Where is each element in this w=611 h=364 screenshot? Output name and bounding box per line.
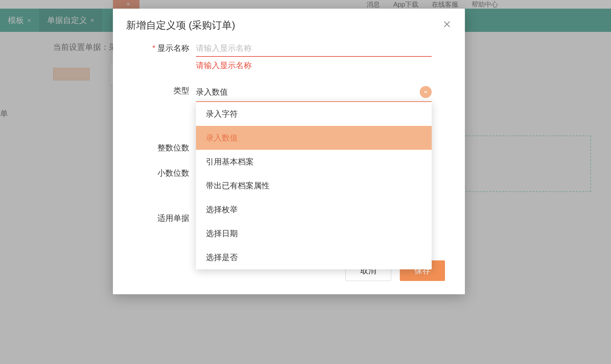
- add-custom-field-modal: 新增自定义项 (采购订单) *显示名称 请输入显示名称 类型 录入数值: [113, 9, 465, 294]
- type-select[interactable]: 录入数值: [196, 85, 432, 102]
- display-name-input[interactable]: [196, 42, 432, 57]
- error-display-name: 请输入显示名称: [196, 60, 432, 71]
- type-dropdown: 录入字符 录入数值 引用基本档案 带出已有档案属性 选择枚举 选择日期 选择是否: [196, 101, 432, 269]
- label-display-name: *显示名称: [113, 42, 196, 53]
- field-type: 类型 录入数值 录入字符 录入数值 引用基本档案 带出已有档案属性 选择枚举 选…: [113, 85, 432, 102]
- close-icon[interactable]: [442, 20, 452, 31]
- label-apply-doc: 适用单据: [136, 212, 196, 224]
- label-int-digits: 整数位数: [113, 142, 196, 153]
- required-asterisk: *: [152, 44, 155, 52]
- option-date[interactable]: 选择日期: [196, 222, 432, 245]
- option-bring-archive-attr[interactable]: 带出已有档案属性: [196, 174, 432, 198]
- modal-header: 新增自定义项 (采购订单): [113, 9, 465, 42]
- label-dec-digits: 小数位数: [113, 167, 196, 178]
- option-enum[interactable]: 选择枚举: [196, 198, 432, 222]
- modal-title: 新增自定义项 (采购订单): [126, 19, 235, 32]
- control-display-name: 请输入显示名称: [196, 42, 432, 71]
- option-input-number[interactable]: 录入数值: [196, 126, 432, 150]
- field-display-name: *显示名称 请输入显示名称: [113, 42, 432, 71]
- type-selected-value: 录入数值: [196, 87, 228, 97]
- option-boolean[interactable]: 选择是否: [196, 245, 432, 269]
- chevron-up-icon: [420, 86, 432, 98]
- option-ref-archive[interactable]: 引用基本档案: [196, 150, 432, 174]
- option-input-text[interactable]: 录入字符: [196, 102, 432, 126]
- label-type: 类型: [113, 85, 196, 96]
- modal-form: *显示名称 请输入显示名称 类型 录入数值 录入字符 录入数值: [113, 42, 465, 230]
- control-type: 录入数值: [196, 85, 432, 102]
